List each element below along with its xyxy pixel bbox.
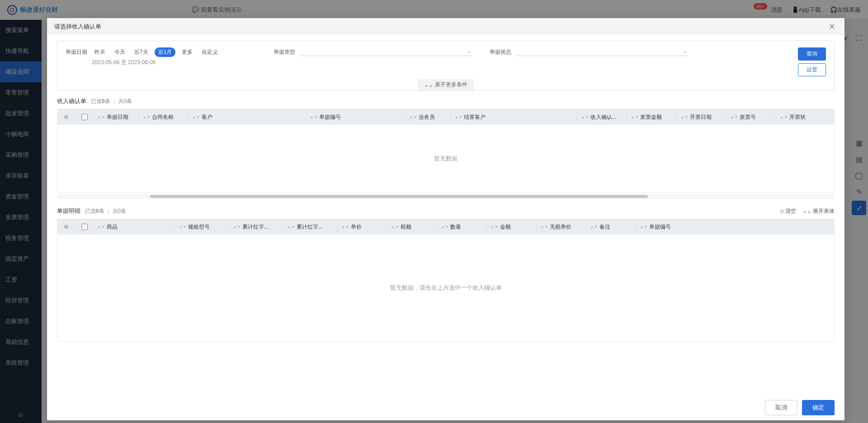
close-icon[interactable]: ✕	[827, 20, 837, 33]
col-red2[interactable]: ▲▼累计红字...	[283, 219, 338, 235]
sort-icon: ▲▼	[730, 115, 738, 119]
cancel-button[interactable]: 取消	[765, 400, 797, 415]
ok-button[interactable]: 确定	[802, 400, 835, 415]
col-notax[interactable]: ▲▼无税单价	[537, 219, 586, 235]
col-invoice-amt[interactable]: ▲▼发票金额	[627, 109, 677, 125]
table1-empty: 暂无数据	[57, 125, 834, 193]
type-filter: 单据类型 ⌄	[274, 47, 472, 56]
table1-header: ⚙ ▲▼单据日期 ▲▼合同名称 ▲▼客户 ▲▼单据编号 ▲▼业务员 ▲▼结算客户…	[57, 109, 834, 125]
double-chevron-down-icon: ⌄⌄	[802, 208, 811, 214]
col-settle[interactable]: ▲▼结算客户	[451, 109, 577, 125]
modal: 请选择收入确认单 ✕ 单据日期 昨天 今天 近7天 近1月 更多 自定义	[47, 18, 844, 420]
section1-head: 收入确认单 已选0条 | 共0条	[57, 97, 835, 105]
chip-custom[interactable]: 自定义	[199, 47, 221, 57]
status-label: 单据状态	[490, 47, 511, 56]
table1: ⚙ ▲▼单据日期 ▲▼合同名称 ▲▼客户 ▲▼单据编号 ▲▼业务员 ▲▼结算客户…	[57, 109, 835, 193]
sort-icon: ▲▼	[287, 225, 295, 229]
sort-icon: ▲▼	[391, 225, 399, 229]
sort-icon: ▲▼	[780, 115, 788, 119]
expand-body-button[interactable]: ⌄⌄展开表体	[802, 207, 835, 215]
sort-icon: ▲▼	[233, 225, 241, 229]
chip-1m[interactable]: 近1月	[155, 47, 176, 57]
sort-icon: ▲▼	[680, 115, 689, 119]
clear-button[interactable]: ◇清空	[780, 207, 796, 215]
sort-icon: ▲▼	[491, 225, 499, 229]
col-contract[interactable]: ▲▼合同名称	[139, 109, 189, 125]
modal-header: 请选择收入确认单 ✕	[47, 18, 844, 35]
modal-footer: 取消 确定	[47, 395, 844, 420]
sort-icon: ▲▼	[97, 225, 105, 229]
col-product[interactable]: ▲▼商品	[94, 219, 175, 235]
section2-title: 单据明细	[57, 207, 80, 215]
table2-header: ⚙ ▲▼商品 ▲▼规格型号 ▲▼累计红字... ▲▼累计红字... ▲▼单价 ▲…	[57, 219, 834, 235]
col-price[interactable]: ▲▼单价	[338, 219, 387, 235]
chip-7d[interactable]: 近7天	[132, 47, 151, 57]
col-billno[interactable]: ▲▼单据编号	[306, 109, 406, 125]
expand-filters-button[interactable]: ⌄⌄ 展开更多条件	[418, 79, 474, 90]
chevron-down-icon: ⌄	[683, 49, 687, 54]
col-income[interactable]: ▲▼收入确认...	[577, 109, 627, 125]
section2-count: 已选0条 | 共0条	[85, 207, 126, 215]
sort-icon: ▲▼	[341, 225, 349, 229]
gear-icon[interactable]: ⚙	[57, 109, 75, 125]
chip-today[interactable]: 今天	[112, 47, 128, 57]
col-spec[interactable]: ▲▼规格型号	[175, 219, 229, 235]
col-remark[interactable]: ▲▼备注	[586, 219, 636, 235]
sort-icon: ▲▼	[142, 115, 151, 119]
sort-icon: ▲▼	[454, 115, 462, 119]
table1-scrollbar[interactable]	[57, 194, 835, 199]
col-sales[interactable]: ▲▼业务员	[406, 109, 451, 125]
sort-icon: ▲▼	[310, 115, 318, 119]
col-date[interactable]: ▲▼单据日期	[94, 109, 139, 125]
sort-icon: ▲▼	[192, 115, 200, 119]
sort-icon: ▲▼	[581, 115, 589, 119]
table2: ⚙ ▲▼商品 ▲▼规格型号 ▲▼累计红字... ▲▼累计红字... ▲▼单价 ▲…	[57, 219, 835, 342]
chevron-down-icon: ⌄	[467, 49, 471, 54]
col-invoice-status[interactable]: ▲▼开票状	[776, 109, 834, 125]
section2-head: 单据明细 已选0条 | 共0条 ◇清空 ⌄⌄展开表体	[57, 207, 835, 215]
double-chevron-down-icon: ⌄⌄	[424, 82, 433, 88]
col-red1[interactable]: ▲▼累计红字...	[229, 219, 283, 235]
section1-title: 收入确认单	[57, 97, 86, 105]
section1-count: 已选0条 | 共0条	[91, 98, 132, 105]
col-amount[interactable]: ▲▼金额	[487, 219, 537, 235]
sort-icon: ▲▼	[97, 115, 105, 119]
col-tax[interactable]: ▲▼税额	[387, 219, 437, 235]
scrollbar-thumb[interactable]	[150, 195, 648, 198]
sort-icon: ▲▼	[540, 225, 548, 229]
status-select[interactable]: ⌄	[516, 47, 688, 56]
type-select[interactable]: ⌄	[300, 47, 472, 56]
sort-icon: ▲▼	[441, 225, 449, 229]
col-customer[interactable]: ▲▼客户	[189, 109, 306, 125]
sort-icon: ▲▼	[631, 115, 639, 119]
sort-icon: ▲▼	[590, 225, 598, 229]
sort-icon: ▲▼	[409, 115, 417, 119]
eraser-icon: ◇	[780, 208, 784, 214]
date-filter: 单据日期 昨天 今天 近7天 近1月 更多 自定义 2023-05-06 至 2…	[66, 47, 255, 66]
date-label: 单据日期	[66, 47, 87, 66]
sort-icon: ▲▼	[179, 225, 187, 229]
gear-icon[interactable]: ⚙	[57, 219, 75, 235]
col-invoice-date[interactable]: ▲▼开票日期	[677, 109, 726, 125]
table2-empty: 暂无数据，请先在上方选中一个收入确认单	[57, 235, 834, 341]
col-qty[interactable]: ▲▼数量	[437, 219, 487, 235]
chip-yesterday[interactable]: 昨天	[92, 47, 108, 57]
sort-icon: ▲▼	[640, 225, 648, 229]
filter-settings-button[interactable]: 设置	[798, 63, 826, 76]
filter-panel: 单据日期 昨天 今天 近7天 近1月 更多 自定义 2023-05-06 至 2…	[57, 41, 835, 91]
status-filter: 单据状态 ⌄	[490, 47, 688, 56]
select-all-checkbox[interactable]	[81, 224, 88, 230]
col-billno2[interactable]: ▲▼单据编号	[636, 219, 834, 235]
select-all-checkbox[interactable]	[81, 114, 88, 120]
chip-more[interactable]: 更多	[179, 47, 195, 57]
query-button[interactable]: 查询	[798, 47, 826, 61]
col-invoice-no[interactable]: ▲▼发票号	[726, 109, 776, 125]
date-range: 2023-05-06 至 2023-06-06	[92, 59, 221, 66]
type-label: 单据类型	[274, 47, 295, 56]
modal-title: 请选择收入确认单	[54, 23, 827, 31]
